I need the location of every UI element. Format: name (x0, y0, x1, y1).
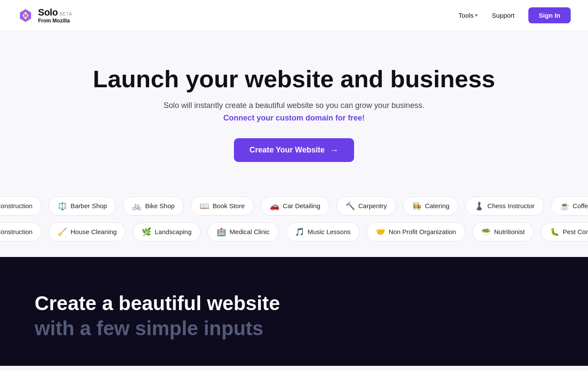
logo-text-group: Solo BETA From Mozilla (38, 8, 72, 23)
tag-pill[interactable]: 🤝Non Profit Organization (367, 222, 465, 241)
tag-icon: ⚖️ (58, 201, 67, 211)
tag-pill[interactable]: 🏥Medical Clinic (208, 222, 279, 241)
logo-area: Solo BETA From Mozilla (17, 7, 72, 24)
tag-label: Chess Instructor (487, 202, 534, 209)
tag-label: Barber Shop (70, 202, 107, 209)
tag-icon: 🤝 (376, 227, 385, 237)
tag-label: Car Detailing (283, 202, 320, 209)
tags-row-2: 🏗️Construction🧹House Cleaning🌿Landscapin… (0, 222, 588, 241)
hero-headline: Launch your website and business (9, 66, 579, 92)
tag-pill[interactable]: ⚖️Barber Shop (48, 197, 116, 216)
tag-label: Bike Shop (145, 202, 174, 209)
tag-icon: 🥗 (481, 227, 491, 237)
dark-subheadline: with a few simple inputs (35, 317, 553, 340)
tag-icon: 🧹 (58, 227, 67, 237)
dark-headline: Create a beautiful website (35, 292, 553, 315)
domain-link[interactable]: Connect your custom domain for free! (9, 114, 579, 123)
logo-solo-text: Solo (38, 8, 58, 17)
tag-pill[interactable]: 🏗️Construction (0, 197, 42, 216)
tag-label: Construction (0, 228, 32, 235)
tag-pill[interactable]: 👩‍🍳Catering (403, 197, 459, 216)
chevron-down-icon: ▾ (475, 13, 478, 18)
tag-label: Music Lessons (308, 228, 351, 235)
tag-icon: 📖 (200, 201, 209, 211)
from-mozilla-text: From Mozilla (38, 18, 72, 23)
header: Solo BETA From Mozilla Tools ▾ Support S… (0, 0, 588, 31)
tag-icon: 🎵 (295, 227, 304, 237)
tag-pill[interactable]: 🐛Pest Control (541, 222, 588, 241)
tags-section: 🏗️Construction⚖️Barber Shop🚲Bike Shop📖Bo… (0, 179, 588, 257)
tag-pill[interactable]: 🧹House Cleaning (48, 222, 126, 241)
tag-icon: 🏥 (217, 227, 226, 237)
tag-icon: ♟️ (474, 201, 484, 211)
tag-label: Landscaping (155, 228, 192, 235)
hero-section: Launch your website and business Solo wi… (0, 31, 588, 179)
tag-icon: 🚗 (270, 201, 279, 211)
logo-beta-badge: BETA (60, 12, 72, 16)
tag-icon: ☕ (560, 201, 569, 211)
tag-pill[interactable]: 🥗Nutritionist (472, 222, 534, 241)
tags-row-1: 🏗️Construction⚖️Barber Shop🚲Bike Shop📖Bo… (0, 197, 588, 216)
tag-pill[interactable]: 🚲Bike Shop (123, 197, 183, 216)
tag-pill[interactable]: 🌿Landscaping (133, 222, 201, 241)
tag-icon: 👩‍🍳 (412, 201, 422, 211)
tag-label: Pest Control (563, 228, 588, 235)
solo-logo-icon (17, 7, 34, 24)
support-nav-item[interactable]: Support (492, 12, 514, 19)
signin-button[interactable]: Sign In (528, 7, 571, 23)
tag-label: Coffee Shop (573, 202, 588, 209)
hero-subtext: Solo will instantly create a beautiful w… (9, 101, 579, 110)
tag-pill[interactable]: 🎵Music Lessons (286, 222, 360, 241)
tag-label: House Cleaning (70, 228, 117, 235)
create-website-label: Create Your Website (249, 146, 325, 155)
tag-pill[interactable]: 📖Book Store (191, 197, 254, 216)
tag-pill[interactable]: 🏗️Construction (0, 222, 42, 241)
tag-icon: 🐛 (550, 227, 559, 237)
create-website-button[interactable]: Create Your Website → (234, 138, 354, 162)
svg-point-0 (24, 14, 27, 17)
tools-nav-item[interactable]: Tools ▾ (458, 12, 478, 19)
main-nav: Tools ▾ Support Sign In (458, 7, 571, 23)
tag-icon: 🚲 (132, 201, 141, 211)
tag-pill[interactable]: 🚗Car Detailing (261, 197, 329, 216)
arrow-right-icon: → (330, 145, 339, 155)
tag-pill[interactable]: ♟️Chess Instructor (465, 197, 543, 216)
tag-label: Construction (0, 202, 32, 209)
tag-label: Carpentry (358, 202, 387, 209)
tag-pill[interactable]: 🔨Carpentry (336, 197, 396, 216)
dark-section: Create a beautiful website with a few si… (0, 257, 588, 366)
tag-label: Nutritionist (494, 228, 525, 235)
tag-label: Catering (425, 202, 450, 209)
tag-label: Medical Clinic (230, 228, 270, 235)
tag-label: Non Profit Organization (389, 228, 456, 235)
tag-pill[interactable]: ☕Coffee Shop (551, 197, 588, 216)
tag-icon: 🔨 (345, 201, 355, 211)
tag-icon: 🌿 (142, 227, 151, 237)
tag-label: Book Store (213, 202, 245, 209)
